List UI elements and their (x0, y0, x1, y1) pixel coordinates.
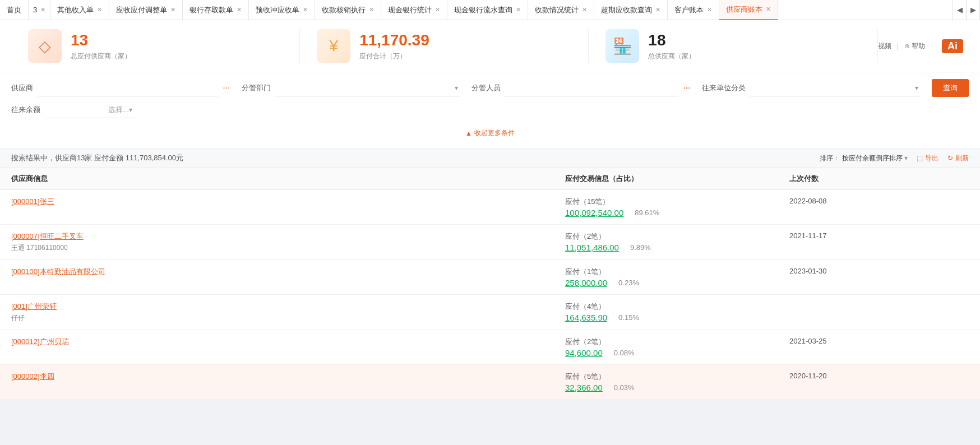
trans-amount[interactable]: 164,635.90 (565, 313, 607, 322)
summary-card-ap-total: ¥ 11,170.39 应付合计（万） (300, 29, 589, 63)
collapse-label: 收起更多条件 (474, 128, 515, 138)
close-icon[interactable]: ✕ (516, 6, 521, 13)
close-icon[interactable]: ✕ (40, 6, 45, 13)
tab-3[interactable]: 3 ✕ (29, 0, 50, 20)
balance-filter-label: 往来余额 (11, 105, 40, 115)
supplier-info-col: [000001]张三 (11, 197, 565, 207)
result-summary-text: 搜索结果中，供应商13家 应付金额 111,703,854.00元 (11, 153, 183, 163)
trans-percent: 89.61% (635, 208, 659, 217)
last-payment-date: 2021-03-25 (789, 337, 827, 345)
tab-home[interactable]: 首页 (0, 0, 29, 20)
tab-vendor-ledger-label: 供应商账本 (726, 4, 762, 15)
nav-prev-arrow[interactable]: ◀ (953, 0, 967, 20)
col-header-lastpay: 上次付数 (789, 174, 969, 184)
total-vendors-label: 总供应商（家） (648, 52, 860, 61)
filter-balance: 往来余额 选择... ▾ (11, 101, 135, 118)
trans-amount[interactable]: 100,092,540.00 (565, 208, 623, 217)
trans-percent: 0.15% (618, 313, 639, 322)
video-link[interactable]: 视频 (878, 41, 891, 51)
supplier-filter-input[interactable] (38, 80, 218, 96)
close-icon[interactable]: ✕ (766, 6, 771, 13)
tab-customer-ledger-label: 客户账本 (674, 5, 704, 15)
supplier-link[interactable]: [001]广州荣轩 (11, 302, 565, 312)
refresh-button[interactable]: ↻ 刷新 (947, 154, 969, 163)
filter-category: 往来单位分类 ▾ (702, 80, 921, 96)
search-button[interactable]: 查询 (932, 79, 969, 97)
top-right-links: 视频 | ⊙ 帮助 Ai (878, 39, 969, 53)
category-filter-select[interactable]: ▾ (750, 80, 921, 96)
person-dots-icon[interactable]: ··· (683, 83, 690, 93)
filter-row-2: 往来余额 选择... ▾ (11, 101, 969, 118)
chevron-down-icon: ▾ (455, 84, 458, 92)
summary-card-total-vendors: 🏪 18 总供应商（家） (589, 29, 877, 63)
tab-home-label: 首页 (7, 5, 21, 15)
sort-value[interactable]: 按应付余额倒序排序 (842, 154, 903, 162)
close-icon[interactable]: ✕ (369, 6, 374, 13)
person-filter-input[interactable] (505, 80, 678, 96)
supplier-link[interactable]: [000001]张三 (11, 197, 565, 207)
export-button[interactable]: ⬚ 导出 (917, 154, 939, 163)
nav-next-arrow[interactable]: ▶ (967, 0, 980, 20)
close-icon[interactable]: ✕ (170, 6, 175, 13)
close-icon[interactable]: ✕ (707, 6, 712, 13)
trans-label: 应付（4笔） (565, 302, 789, 312)
col-header-trans: 应付交易信息（占比） (565, 174, 789, 184)
tab-customer-ledger[interactable]: 客户账本 ✕ (668, 0, 719, 20)
tab-ar-ap-adjust-label: 应收应付调整单 (116, 5, 167, 15)
balance-placeholder: 选择... (108, 105, 129, 115)
supplier-link[interactable]: [000100]本特勤油品有限公司 (11, 267, 565, 277)
close-icon[interactable]: ✕ (303, 6, 308, 13)
table-header: 供应商信息 应付交易信息（占比） 上次付数 (0, 168, 980, 190)
supplier-info-col: [000007]恒旺二手叉车 王通 17106110000 (11, 231, 565, 253)
summary-card-ap-vendors-info: 13 总应付供应商（家） (71, 31, 283, 62)
supplier-info-col: [000012]广州贝瑞 (11, 337, 565, 347)
trans-amount[interactable]: 258,000.00 (565, 278, 607, 288)
supplier-filter-label: 供应商 (11, 83, 33, 93)
nav-arrows: ◀ ▶ (953, 0, 980, 20)
help-link[interactable]: ⊙ 帮助 (904, 41, 925, 51)
close-icon[interactable]: ✕ (435, 6, 440, 13)
tab-prepay-ar[interactable]: 预收冲应收单 ✕ (249, 0, 315, 20)
tab-bank-deposit[interactable]: 银行存取款单 ✕ (183, 0, 249, 20)
ai-badge[interactable]: Ai (942, 39, 963, 53)
trans-percent: 9.89% (630, 243, 651, 252)
filter-row-1: 供应商 ··· 分管部门 ▾ 分管人员 ··· 往来单位分类 ▾ 查询 (11, 79, 969, 97)
trans-amount-row: 258,000.00 0.23% (565, 278, 789, 288)
trans-amount-row: 164,635.90 0.15% (565, 313, 789, 322)
tab-cash-flow[interactable]: 现金银行流水查询 ✕ (447, 0, 528, 20)
supplier-link[interactable]: [000012]广州贝瑞 (11, 337, 565, 347)
close-icon[interactable]: ✕ (655, 6, 660, 13)
tab-receipt-stat[interactable]: 收款情况统计 ✕ (528, 0, 594, 20)
export-icon: ⬚ (917, 154, 923, 162)
dept-filter-select[interactable]: ▾ (275, 80, 461, 96)
close-icon[interactable]: ✕ (582, 6, 587, 13)
tab-overdue-ar[interactable]: 超期应收款查询 ✕ (594, 0, 668, 20)
tab-receipt-verify[interactable]: 收款核销执行 ✕ (315, 0, 381, 20)
tab-ar-ap-adjust[interactable]: 应收应付调整单 ✕ (109, 0, 183, 20)
trans-label: 应付（2笔） (565, 337, 789, 347)
close-icon[interactable]: ✕ (97, 6, 102, 13)
table-row: [000002]李四 应付（5笔） 32,366.00 0.03% 2020-1… (0, 365, 980, 400)
table-row: [001]广州荣轩 仔仔 应付（4笔） 164,635.90 0.15% (0, 295, 980, 330)
close-icon[interactable]: ✕ (237, 6, 242, 13)
trans-amount[interactable]: 11,051,486.00 (565, 243, 619, 252)
tab-vendor-ledger[interactable]: 供应商账本 ✕ (719, 0, 778, 20)
supplier-dots-icon[interactable]: ··· (223, 83, 230, 93)
trans-amount[interactable]: 94,600.00 (565, 348, 603, 358)
sort-prefix: 排序： (820, 154, 840, 162)
supplier-link[interactable]: [000007]恒旺二手叉车 (11, 231, 565, 242)
vendor-icon: ◇ (28, 29, 62, 63)
chevron-down-icon: ▾ (129, 106, 132, 114)
trans-percent: 0.03% (614, 383, 635, 392)
summary-bar: ◇ 13 总应付供应商（家） ¥ 11,170.39 应付合计（万） 🏪 18 … (0, 20, 980, 72)
chevron-down-icon: ▾ (904, 154, 908, 162)
trans-amount[interactable]: 32,366.00 (565, 383, 603, 392)
last-pay-col: 2020-11-20 (789, 372, 969, 380)
store-icon: 🏪 (605, 29, 639, 63)
balance-filter-select[interactable]: 选择... ▾ (45, 101, 135, 118)
tab-cash-bank-stat[interactable]: 现金银行统计 ✕ (381, 0, 447, 20)
tab-other-income[interactable]: 其他收入单 ✕ (50, 0, 109, 20)
trans-info-col: 应付（1笔） 258,000.00 0.23% (565, 267, 789, 288)
collapse-button[interactable]: ▲ 收起更多条件 (11, 125, 969, 141)
supplier-link[interactable]: [000002]李四 (11, 372, 565, 382)
